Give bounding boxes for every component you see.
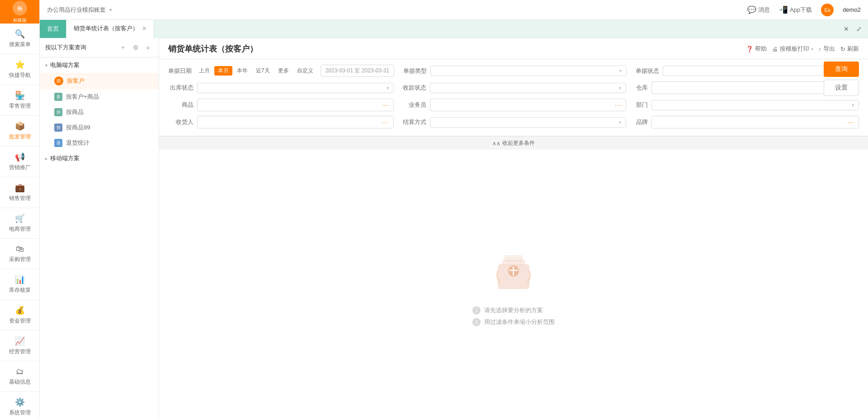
sidebar-item-search-menu[interactable]: 🔍 搜索菜单 [0, 24, 40, 54]
sidebar-item-search-menu-label: 搜索菜单 [9, 41, 31, 48]
export-btn[interactable]: ↑ 导出 [819, 45, 835, 53]
scheme-settings-btn[interactable]: ⚙ [131, 43, 141, 52]
dept-select2[interactable]: ▾ [651, 100, 859, 110]
tab-close-btn[interactable]: ✕ [142, 25, 146, 32]
app-download-btn[interactable]: 📲 App下载 [779, 5, 812, 14]
sidebar-item-purchase-mgmt[interactable]: 🛍 采购管理 [0, 239, 40, 269]
filter-row-3b: 商品 ··· 业务员 ··· 部门 ▾ [168, 99, 859, 111]
sidebar-item-marketing[interactable]: 📢 营销推广 [0, 147, 40, 177]
refresh-btn[interactable]: ↻ 刷新 [840, 45, 859, 53]
sidebar-item-ops-mgmt[interactable]: 📈 经营管理 [0, 331, 40, 361]
sidebar-item-base-info[interactable]: 🗂 基础信息 [0, 361, 40, 392]
refresh-label: 刷新 [847, 45, 859, 53]
btn-custom[interactable]: 自定义 [293, 66, 317, 76]
sidebar-item-finance-mgmt-label: 资金管理 [9, 317, 31, 325]
message-icon: 💬 [747, 5, 756, 14]
sidebar-item-quick-nav[interactable]: ⭐ 快捷导航 [0, 54, 40, 85]
filter-row-4b: 收货人 ··· 结算方式 ▾ 品牌 ··· [168, 116, 859, 128]
dept-label2: 部门 [633, 101, 648, 109]
doc-type-label: 单据类型 [401, 67, 427, 75]
sidebar-item-finance-mgmt[interactable]: 💰 资金管理 [0, 300, 40, 331]
collapse-more-btn[interactable]: ∧∧ 收起更多条件 [159, 136, 868, 150]
sidebar: 畅 标账版 🔍 搜索菜单 ⭐ 快捷导航 🏪 零售管理 ▾ 📦 批发管理 ▴ 📢 … [0, 0, 40, 418]
refresh-icon: ↻ [840, 46, 845, 52]
filter-row-date: 单据日期 上月 本月 本年 近7天 更多 自定义 2023-03-01 至 20… [168, 65, 859, 77]
sidebar-item-sales-mgmt[interactable]: 💼 销售管理 [0, 177, 40, 208]
finance-mgmt-icon: 💰 [15, 305, 25, 315]
scheme-item-by-customer[interactable]: 按 按客户 [40, 73, 159, 89]
print-btn[interactable]: 🖨 按模板打印 ▾ [772, 45, 813, 53]
sys-mgmt-icon: ⚙️ [15, 397, 25, 407]
sidebar-item-quick-nav-label: 快捷导航 [9, 71, 31, 79]
btn-7days[interactable]: 近7天 [252, 66, 274, 76]
mobile-scheme-group-header[interactable]: ▸ 移动端方案 [40, 151, 159, 166]
sidebar-item-inventory-check[interactable]: 📊 库存核算 [0, 269, 40, 300]
brand-label2: 品牌 [633, 118, 648, 126]
sidebar-item-wholesale-mgmt[interactable]: 📦 批发管理 ▴ [0, 116, 40, 147]
empty-tip-2-text: 用过滤条件来缩小分析范围 [484, 318, 555, 326]
scheme-item-by-goods-99[interactable]: 按 按商品99 [40, 120, 159, 135]
scheme-item-return-stats-icon: 退 [54, 139, 62, 147]
print-dropdown-icon[interactable]: ▾ [811, 47, 813, 52]
btn-last-month[interactable]: 上月 [195, 66, 213, 76]
add-scheme-btn[interactable]: ＋ [118, 43, 128, 52]
date-btns: 上月 本月 本年 近7天 更多 自定义 [195, 66, 317, 76]
top-header: 办公用品行业模拟账套 ▾ 💬 消息 📲 App下载 Ea demo2 [40, 0, 868, 20]
scheme-item-return-stats[interactable]: 退 退货统计 [40, 135, 159, 151]
salesperson-select2[interactable]: ··· [430, 99, 627, 111]
tab-home[interactable]: 首页 [40, 20, 66, 38]
mobile-scheme-collapse-icon: ▸ [45, 156, 47, 161]
help-btn[interactable]: ❓ 帮助 [746, 45, 767, 53]
purchase-mgmt-icon: 🛍 [16, 244, 24, 254]
app-title-dropdown-icon[interactable]: ▾ [109, 7, 112, 12]
btn-this-year[interactable]: 本年 [233, 66, 251, 76]
marketing-icon: 📢 [15, 152, 25, 162]
scheme-item-by-customer-icon: 按 [54, 76, 63, 86]
tab-sales-stats[interactable]: 销货单统计表（按客户） ✕ [66, 20, 154, 38]
warehouse-label2: 仓库 [633, 84, 648, 92]
desktop-scheme-group-header[interactable]: ▾ 电脑端方案 [40, 57, 159, 73]
query-btn-fixed[interactable]: 查询 [824, 62, 859, 77]
collect-status-label2: 收款状态 [401, 84, 426, 92]
date-range-picker[interactable]: 2023-03-01 至 2023-03-31 [321, 65, 394, 77]
doc-type-arrow: ▾ [619, 68, 622, 73]
brand-select2[interactable]: ··· [651, 116, 859, 128]
page-title: 销货单统计表（按客户） [168, 43, 258, 54]
settle-select2[interactable]: ▾ [430, 117, 627, 128]
settings-btn-fixed[interactable]: 设置 [824, 80, 859, 96]
query-buttons-fixed: 查询 设置 [824, 62, 859, 96]
collapse-panel-btn[interactable]: « [143, 43, 153, 52]
tab-minimize-btn[interactable]: ✕ [841, 24, 852, 34]
consignee-select2[interactable]: ··· [197, 116, 394, 128]
inventory-check-icon: 📊 [15, 275, 25, 285]
scheme-item-by-customer-goods[interactable]: 客 按客户+商品 [40, 89, 159, 104]
app-download-label: App下载 [790, 6, 812, 14]
goods-select2[interactable]: ··· [197, 99, 394, 111]
date-label2: 单据日期 [168, 67, 192, 75]
svg-rect-7 [513, 266, 514, 276]
collect-status-select2[interactable]: ▾ [430, 83, 627, 93]
avatar[interactable]: Ea [821, 4, 834, 16]
desktop-scheme-collapse-icon: ▾ [45, 63, 47, 68]
username[interactable]: demo2 [843, 6, 861, 13]
tab-bar: 首页 销货单统计表（按客户） ✕ ✕ ⤢ [40, 20, 868, 38]
search-menu-icon: 🔍 [15, 29, 25, 39]
btn-this-month[interactable]: 本月 [214, 66, 232, 76]
tab-maximize-btn[interactable]: ⤢ [854, 24, 864, 34]
left-panel: 按以下方案查询 ＋ ⚙ « ▾ 电脑端方案 [40, 38, 159, 418]
sidebar-item-retail-mgmt[interactable]: 🏪 零售管理 ▾ [0, 85, 40, 116]
sidebar-item-sys-mgmt[interactable]: ⚙️ 系统管理 [0, 392, 40, 418]
sidebar-item-marketing-label: 营销推广 [9, 164, 31, 171]
out-status-select2[interactable]: ▾ [197, 83, 394, 93]
scheme-item-by-goods[interactable]: 按 按商品 [40, 104, 159, 120]
sidebar-item-ecommerce-mgmt[interactable]: 🛒 电商管理 [0, 208, 40, 239]
sidebar-logo[interactable]: 畅 标账版 [0, 0, 40, 24]
export-label: 导出 [823, 45, 835, 53]
doc-type-select[interactable]: ▾ [430, 66, 627, 76]
right-panel-inner: 销货单统计表（按客户） ❓ 帮助 🖨 按模板打印 ▾ [159, 38, 868, 418]
right-panel: 销货单统计表（按客户） ❓ 帮助 🖨 按模板打印 ▾ [159, 38, 868, 418]
btn-more[interactable]: 更多 [274, 66, 292, 76]
svg-text:畅: 畅 [17, 5, 23, 12]
empty-state: 1 请先选择要分析的方案 2 用过滤条件来缩小分析范围 [159, 150, 868, 418]
message-btn[interactable]: 💬 消息 [747, 5, 770, 14]
